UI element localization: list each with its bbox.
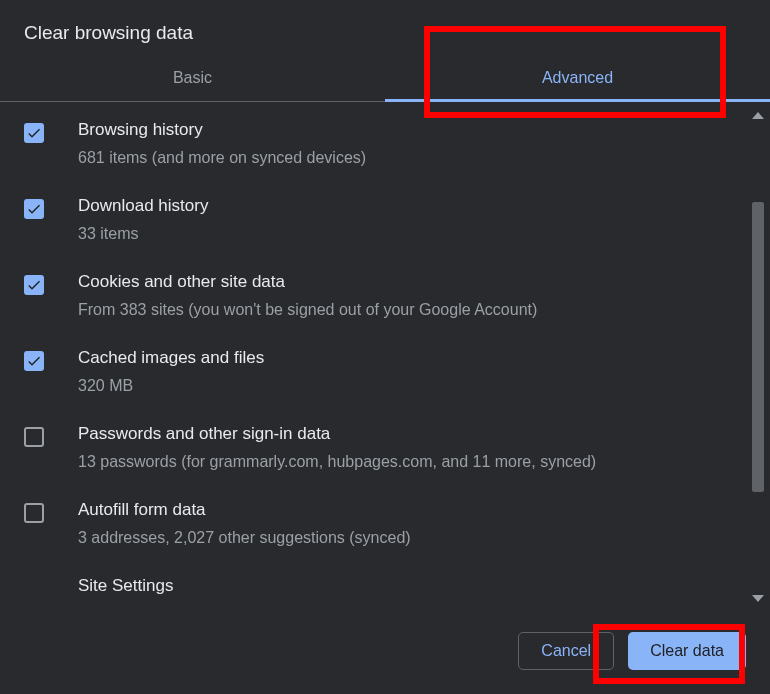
tab-basic[interactable]: Basic	[0, 54, 385, 101]
option-row: Browsing history681 items (and more on s…	[0, 106, 770, 182]
dialog-actions: Cancel Clear data	[0, 612, 770, 694]
option-texts: Autofill form data3 addresses, 2,027 oth…	[78, 498, 750, 550]
option-title: Cookies and other site data	[78, 270, 750, 294]
option-subtitle: 33 items	[78, 222, 750, 246]
option-title: Passwords and other sign-in data	[78, 422, 750, 446]
list-wrap: Browsing history681 items (and more on s…	[0, 102, 770, 612]
option-texts: Download history33 items	[78, 194, 750, 246]
option-texts: Cached images and files320 MB	[78, 346, 750, 398]
option-texts: Passwords and other sign-in data13 passw…	[78, 422, 750, 474]
checkbox[interactable]	[24, 275, 44, 295]
clear-browsing-dialog: Clear browsing data Basic Advanced Brows…	[0, 0, 770, 694]
cancel-button[interactable]: Cancel	[518, 632, 614, 670]
clear-data-button[interactable]: Clear data	[628, 632, 746, 670]
scrollbar[interactable]	[750, 112, 766, 602]
tabs: Basic Advanced	[0, 54, 770, 102]
option-texts: Site Settings	[78, 574, 750, 598]
checkbox[interactable]	[24, 123, 44, 143]
scroll-thumb[interactable]	[752, 202, 764, 492]
option-subtitle: From 383 sites (you won't be signed out …	[78, 298, 750, 322]
option-title: Browsing history	[78, 118, 750, 142]
option-subtitle: 681 items (and more on synced devices)	[78, 146, 750, 170]
option-row: Cookies and other site dataFrom 383 site…	[0, 258, 770, 334]
option-subtitle: 320 MB	[78, 374, 750, 398]
option-texts: Cookies and other site dataFrom 383 site…	[78, 270, 750, 322]
option-title: Site Settings	[78, 574, 750, 598]
checkbox[interactable]	[24, 199, 44, 219]
checkbox[interactable]	[24, 427, 44, 447]
scroll-up-icon[interactable]	[752, 112, 764, 119]
option-title: Cached images and files	[78, 346, 750, 370]
option-subtitle: 13 passwords (for grammarly.com, hubpage…	[78, 450, 750, 474]
option-row: Cached images and files320 MB	[0, 334, 770, 410]
tab-advanced[interactable]: Advanced	[385, 54, 770, 101]
dialog-title: Clear browsing data	[0, 0, 770, 54]
option-subtitle: 3 addresses, 2,027 other suggestions (sy…	[78, 526, 750, 550]
checkbox[interactable]	[24, 351, 44, 371]
option-row: Passwords and other sign-in data13 passw…	[0, 410, 770, 486]
option-texts: Browsing history681 items (and more on s…	[78, 118, 750, 170]
option-title: Download history	[78, 194, 750, 218]
option-row: Download history33 items	[0, 182, 770, 258]
option-title: Autofill form data	[78, 498, 750, 522]
options-list: Browsing history681 items (and more on s…	[0, 102, 770, 612]
option-row: Autofill form data3 addresses, 2,027 oth…	[0, 486, 770, 562]
scroll-down-icon[interactable]	[752, 595, 764, 602]
option-row: Site Settings	[0, 562, 770, 599]
checkbox[interactable]	[24, 503, 44, 523]
